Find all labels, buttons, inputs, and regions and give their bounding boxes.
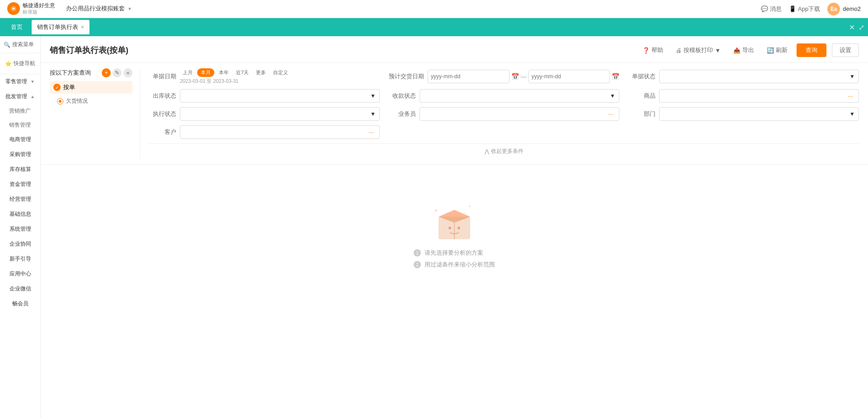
step-1-num: 1 [414,249,421,256]
salesperson-ellipsis-icon[interactable]: ··· [606,110,615,118]
logo-text-block: 畅捷通好生意 标准版 [23,2,55,15]
forecast-date-start[interactable] [428,70,509,83]
sidebar-item-quick-nav[interactable]: ⭐ 快捷导航 [0,56,40,71]
sidebar-item-inventory[interactable]: 库存核算 [0,162,40,177]
collapse-more-button[interactable]: ⋀ 收起更多条件 [149,143,859,159]
settings-button[interactable]: 设置 [832,43,859,57]
tab-home[interactable]: 首页 [4,20,30,34]
customer-ellipsis-icon[interactable]: ··· [367,128,376,136]
last-month-btn[interactable]: 上月 [180,68,195,77]
sidebar-search[interactable]: 🔍 搜索菜单 [0,36,40,53]
main-layout: 🔍 搜索菜单 ⭐ 快捷导航 零售管理 ▼ 批发管理 ▲ 营销推广 销售管 [0,36,868,418]
user-area[interactable]: Ea demo2 [827,3,861,15]
exec-status-row: 执行状态 ▼ [149,107,380,121]
salesperson-label: 业务员 [389,110,416,118]
sidebar-item-system[interactable]: 系统管理 [0,222,40,237]
export-button[interactable]: 📤 导出 [730,44,758,56]
this-year-btn[interactable]: 本年 [216,68,231,77]
help-button[interactable]: ❓ 帮助 [639,44,667,56]
svg-text:✦: ✦ [468,204,471,209]
more-date-btn[interactable]: 更多 [253,68,269,77]
tab-bar: 首页 销售订单执行表 × ✕ ⤢ [0,18,868,36]
sidebar-item-basic-info[interactable]: 基础信息 [0,207,40,222]
filter-row-3: 执行状态 ▼ 业务员 ··· [149,107,859,121]
goods-input[interactable]: ··· [659,89,859,103]
search-icon: 🔍 [4,42,10,48]
sidebar-item-finance[interactable]: 资金管理 [0,177,40,192]
print-icon: 🖨 [676,47,682,54]
scheme-dot-active: ✓ [53,84,61,91]
filter-row-4: 客户 ··· [149,125,859,139]
calendar-start-icon[interactable]: 📅 [511,73,519,80]
custom-date-btn[interactable]: 自定义 [270,68,291,77]
last-7-days-btn[interactable]: 近7天 [233,68,251,77]
receipt-status-label: 收款状态 [389,92,416,100]
customer-input[interactable]: ··· [180,125,380,139]
sidebar-wholesale-header[interactable]: 批发管理 ▲ [0,89,40,104]
tab-close-window-icon[interactable]: ✕ [849,23,855,32]
edit-scheme-button[interactable]: ✎ [113,68,122,77]
sidebar-item-purchase[interactable]: 采购管理 [0,147,40,162]
refresh-icon: 🔄 [767,47,774,54]
add-scheme-button[interactable]: + [102,68,111,77]
download-icon: 📱 [789,5,796,12]
message-button[interactable]: 💬 消息 [761,5,782,13]
receipt-status-dropdown-icon: ▼ [610,93,615,99]
logo-text: 畅捷通好生意 [23,2,55,9]
sidebar-item-enterprise[interactable]: 企业协同 [0,237,40,252]
empty-text: 1 请先选择要分析的方案 2 用过滤条件来缩小分析范围 [414,249,495,272]
svg-text:✦: ✦ [434,208,438,213]
scheme-item-orders[interactable]: ✓ 按单 [50,81,132,94]
sidebar-item-sales[interactable]: 销售管理 [0,118,40,132]
query-button[interactable]: 查询 [797,43,826,57]
template-print-button[interactable]: 🖨 按模板打印 ▼ [672,44,724,56]
calendar-end-icon[interactable]: 📅 [612,73,619,80]
sidebar-item-guide[interactable]: 新手引导 [0,252,40,266]
export-icon: 📤 [733,47,741,54]
exec-status-select[interactable]: ▼ [180,107,380,121]
filter-scheme-panel: 按以下方案查询 + ✎ « ✓ 按单 欠货情 [50,68,140,159]
content-area: 销售订单执行表(按单) ❓ 帮助 🖨 按模板打印 ▼ 📤 导出 [41,36,868,418]
tab-maximize-icon[interactable]: ⤢ [859,23,864,32]
empty-col-2 [628,125,859,139]
forecast-date-label: 预计交货日期 [389,72,424,81]
sidebar-item-member[interactable]: 畅会员 [0,296,40,311]
empty-step-1: 1 请先选择要分析的方案 [414,249,495,257]
scheme-sub-arrears[interactable]: 欠货情况 [53,95,129,107]
department-select[interactable]: ▼ [659,107,859,121]
out-status-select[interactable]: ▼ [180,89,380,103]
department-label: 部门 [628,110,656,118]
this-month-btn[interactable]: 本月 [197,68,214,77]
sidebar-retail-header[interactable]: 零售管理 ▼ [0,74,40,89]
sidebar-item-apps[interactable]: 应用中心 [0,266,40,281]
scheme-sub-items: 欠货情况 [50,94,132,107]
tab-sales-execution[interactable]: 销售订单执行表 × [32,20,90,34]
scheme-actions: + ✎ « [102,68,132,77]
app-download-button[interactable]: 📱 App下载 [789,5,820,13]
department-row: 部门 ▼ [628,107,859,121]
empty-illustration: ✦ ✦ ✦ [432,201,477,242]
forecast-date-range: 📅 — 📅 [428,70,619,83]
user-name: demo2 [843,5,861,12]
chevron-up-icon: ▲ [30,94,35,99]
sidebar-item-wechat[interactable]: 企业微信 [0,281,40,296]
doc-status-dropdown-icon: ▼ [849,73,855,80]
collapse-scheme-button[interactable]: « [123,68,132,77]
account-selector[interactable]: 办公用品行业模拟账套 ▼ [66,5,132,13]
tab-close-icon[interactable]: × [81,24,84,30]
sidebar: 🔍 搜索菜单 ⭐ 快捷导航 零售管理 ▼ 批发管理 ▲ 营销推广 销售管 [0,36,41,418]
forecast-date-end[interactable] [528,70,610,83]
doc-status-select[interactable]: ▼ [659,70,859,83]
refresh-button[interactable]: 🔄 刷新 [763,44,791,56]
sidebar-item-ecommerce[interactable]: 电商管理 [0,132,40,147]
salesperson-input[interactable]: ··· [420,107,619,121]
goods-ellipsis-icon[interactable]: ··· [846,92,855,100]
receipt-status-select[interactable]: ▼ [420,89,619,103]
customer-row: 客户 ··· [149,125,380,139]
svg-point-7 [458,227,460,229]
sidebar-item-operations[interactable]: 经营管理 [0,192,40,207]
date-range-text: 2023-03-01 至 2023-03-31 [180,78,380,85]
collapse-icon: ⋀ [485,148,489,155]
out-status-label: 出库状态 [149,92,176,100]
sidebar-item-marketing[interactable]: 营销推广 [0,104,40,118]
